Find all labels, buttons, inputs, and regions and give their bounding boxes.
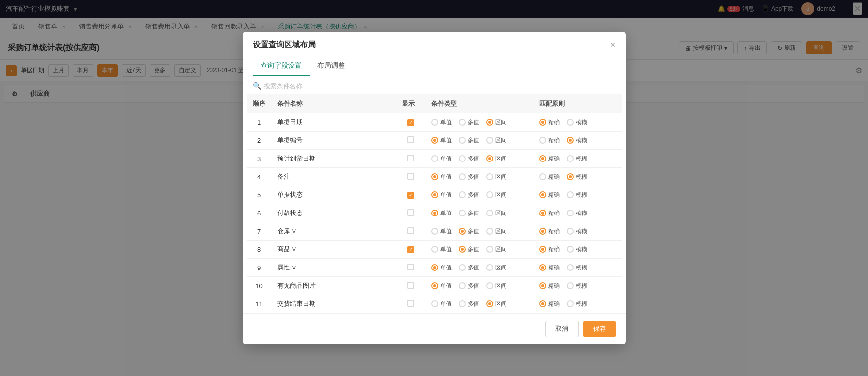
match-radio-模糊[interactable]: 模糊	[567, 209, 587, 217]
type-radio-多值[interactable]: 多值	[459, 118, 479, 127]
match-radio-精确[interactable]: 精确	[539, 209, 560, 217]
match-radio-模糊[interactable]: 模糊	[567, 173, 587, 181]
type-radio-区间[interactable]: 区间	[486, 282, 507, 290]
match-radio-模糊[interactable]: 模糊	[567, 118, 587, 127]
type-radio-多值[interactable]: 多值	[459, 191, 479, 199]
radio-label: 模糊	[576, 136, 587, 145]
match-radio-精确[interactable]: 精确	[539, 118, 560, 127]
type-radio-单值[interactable]: 单值	[431, 282, 452, 290]
table-row: 8商品 ∨✓单值多值区间精确模糊	[247, 241, 622, 259]
show-checkbox[interactable]	[407, 264, 414, 270]
match-radio-模糊[interactable]: 模糊	[567, 282, 587, 290]
modal-tab-layout[interactable]: 布局调整	[310, 56, 353, 76]
radio-label: 多值	[468, 300, 479, 308]
type-radio-单值[interactable]: 单值	[431, 173, 452, 181]
type-radio-区间[interactable]: 区间	[486, 191, 507, 199]
radio-label: 多值	[468, 136, 479, 145]
type-radio-多值[interactable]: 多值	[459, 209, 479, 217]
radio-unchecked-icon	[459, 173, 466, 180]
type-radio-区间[interactable]: 区间	[486, 173, 507, 181]
match-radio-精确[interactable]: 精确	[539, 245, 560, 254]
row-order: 1	[247, 113, 271, 132]
type-radio-多值[interactable]: 多值	[459, 155, 479, 163]
match-radio-模糊[interactable]: 模糊	[567, 245, 587, 254]
match-radio-精确[interactable]: 精确	[539, 264, 560, 272]
show-checkbox[interactable]	[407, 227, 414, 234]
radio-checked-icon	[431, 137, 438, 144]
show-checkbox[interactable]: ✓	[407, 119, 414, 126]
radio-label: 区间	[495, 136, 507, 145]
table-row: 1单据日期✓单值多值区间精确模糊	[247, 113, 622, 132]
radio-label: 模糊	[576, 118, 587, 127]
modal-footer: 取消 保存	[243, 313, 626, 344]
type-radio-多值[interactable]: 多值	[459, 173, 479, 181]
match-radio-模糊[interactable]: 模糊	[567, 264, 587, 272]
match-radio-模糊[interactable]: 模糊	[567, 227, 587, 236]
modal-close-button[interactable]: ×	[610, 40, 616, 50]
radio-unchecked-icon	[539, 173, 546, 180]
match-radio-精确[interactable]: 精确	[539, 173, 560, 181]
show-checkbox[interactable]: ✓	[407, 246, 414, 253]
radio-unchecked-icon	[459, 155, 466, 162]
type-radio-单值[interactable]: 单值	[431, 155, 452, 163]
type-radio-单值[interactable]: 单值	[431, 264, 452, 272]
radio-unchecked-icon	[486, 282, 493, 289]
th-match: 匹配原则	[533, 94, 622, 113]
type-radio-单值[interactable]: 单值	[431, 300, 452, 308]
type-radio-区间[interactable]: 区间	[486, 264, 507, 272]
row-order: 10	[247, 277, 271, 295]
radio-label: 模糊	[576, 209, 587, 217]
type-radio-多值[interactable]: 多值	[459, 264, 479, 272]
type-radio-区间[interactable]: 区间	[486, 136, 507, 145]
match-radio-精确[interactable]: 精确	[539, 282, 560, 290]
type-radio-多值[interactable]: 多值	[459, 282, 479, 290]
modal-table-container: 顺序 条件名称 显示 条件类型 匹配原则 1单据日期✓单值多值区间精确模糊2单据…	[243, 94, 626, 313]
type-radio-多值[interactable]: 多值	[459, 300, 479, 308]
type-radio-区间[interactable]: 区间	[486, 155, 507, 163]
type-radio-区间[interactable]: 区间	[486, 209, 507, 217]
search-input[interactable]	[264, 82, 362, 90]
type-radio-多值[interactable]: 多值	[459, 227, 479, 236]
row-type-cell: 单值多值区间	[425, 132, 533, 150]
radio-unchecked-icon	[567, 282, 574, 289]
radio-label: 精确	[548, 118, 560, 127]
cancel-button[interactable]: 取消	[545, 321, 579, 337]
type-radio-多值[interactable]: 多值	[459, 245, 479, 254]
type-radio-单值[interactable]: 单值	[431, 209, 452, 217]
type-radio-单值[interactable]: 单值	[431, 191, 452, 199]
radio-checked-icon	[431, 173, 438, 180]
type-radio-区间[interactable]: 区间	[486, 227, 507, 236]
type-radio-单值[interactable]: 单值	[431, 118, 452, 127]
match-radio-模糊[interactable]: 模糊	[567, 136, 587, 145]
match-radio-模糊[interactable]: 模糊	[567, 191, 587, 199]
match-radio-精确[interactable]: 精确	[539, 191, 560, 199]
type-radio-多值[interactable]: 多值	[459, 136, 479, 145]
modal-tab-fields[interactable]: 查询字段设置	[253, 56, 310, 76]
match-radio-精确[interactable]: 精确	[539, 155, 560, 163]
type-radio-区间[interactable]: 区间	[486, 300, 507, 308]
show-checkbox[interactable]	[407, 155, 414, 161]
match-radio-模糊[interactable]: 模糊	[567, 300, 587, 308]
settings-modal: 设置查询区域布局 × 查询字段设置 布局调整 🔍 顺序 条件名称 显示 条件类型	[243, 32, 626, 344]
show-checkbox[interactable]: ✓	[407, 192, 414, 199]
row-match-cell: 精确模糊	[533, 222, 622, 241]
radio-label: 多值	[468, 282, 479, 290]
show-checkbox[interactable]	[407, 173, 414, 180]
type-radio-单值[interactable]: 单值	[431, 245, 452, 254]
radio-checked-icon	[539, 264, 546, 271]
type-radio-单值[interactable]: 单值	[431, 227, 452, 236]
show-checkbox[interactable]	[407, 282, 414, 289]
match-radio-精确[interactable]: 精确	[539, 136, 560, 145]
row-type-cell: 单值多值区间	[425, 222, 533, 241]
type-radio-单值[interactable]: 单值	[431, 136, 452, 145]
save-button[interactable]: 保存	[583, 321, 616, 337]
row-condition-name: 单据日期	[271, 113, 396, 132]
type-radio-区间[interactable]: 区间	[486, 118, 507, 127]
match-radio-模糊[interactable]: 模糊	[567, 155, 587, 163]
show-checkbox[interactable]	[407, 209, 414, 216]
type-radio-区间[interactable]: 区间	[486, 245, 507, 254]
match-radio-精确[interactable]: 精确	[539, 300, 560, 308]
show-checkbox[interactable]	[407, 136, 414, 143]
match-radio-精确[interactable]: 精确	[539, 227, 560, 236]
show-checkbox[interactable]	[407, 300, 414, 307]
